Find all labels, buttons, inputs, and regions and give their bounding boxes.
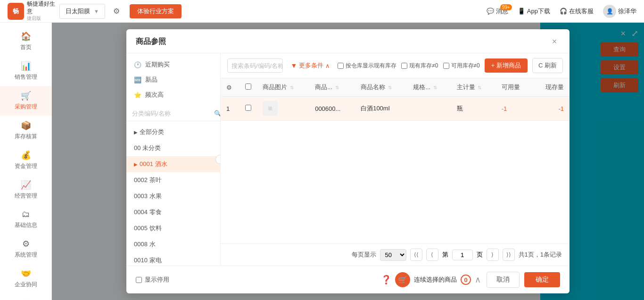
mobile-icon: 📱	[518, 8, 525, 15]
td-stock: -1	[533, 97, 570, 121]
branch-name: 日太阳膜	[66, 7, 90, 16]
display-disabled-checkbox[interactable]	[136, 277, 142, 283]
user-profile-nav-item[interactable]: 👤 徐泽华	[603, 5, 636, 18]
category-item-0[interactable]: 00 未分类	[126, 140, 220, 156]
th-unit[interactable]: 主计量 ⇅	[451, 78, 496, 97]
product-search-input[interactable]	[228, 60, 283, 72]
category-label: 0004 零食	[134, 208, 162, 217]
category-item-2[interactable]: 0002 茶叶	[126, 172, 220, 188]
category-item-5[interactable]: 0005 饮料	[126, 220, 220, 236]
page-prev-btn[interactable]: ⟨	[426, 249, 438, 261]
experience-btn[interactable]: 体验行业方案	[130, 4, 182, 18]
quick-links: 🕐 近期购买 🆕 新品 ⭐ 频次高	[126, 53, 220, 106]
sidebar-item-system[interactable]: ⚙ 系统管理	[0, 234, 51, 264]
quick-link-recent[interactable]: 🕐 近期购买	[126, 57, 220, 72]
warehouse-stock-checkbox[interactable]	[338, 63, 344, 69]
page-input[interactable]	[452, 250, 473, 260]
modal-close-btn[interactable]: ×	[549, 36, 560, 47]
quick-link-frequent[interactable]: ⭐ 频次高	[126, 87, 220, 102]
app-download-nav-item[interactable]: 📱 App下载	[518, 7, 550, 16]
cancel-btn[interactable]: 取消	[487, 272, 520, 288]
table-row[interactable]: 1	[221, 97, 570, 121]
help-icon[interactable]: ❓	[381, 275, 391, 285]
table-body: 1	[221, 97, 570, 121]
row-checkbox[interactable]	[245, 105, 251, 111]
nonzero-stock-filter[interactable]: 现有库存≠0	[401, 62, 438, 70]
logo-text: 畅捷通好生意	[27, 0, 59, 15]
logo-text-block: 畅捷通好生意 捷启版	[27, 0, 59, 22]
filter-icon: ▼	[290, 62, 297, 69]
td-spec	[407, 97, 451, 121]
th-usable: 可用量	[496, 78, 533, 97]
sidebar-item-basic-info[interactable]: 🗂 基础信息	[0, 205, 51, 234]
category-item-6[interactable]: 0008 水	[126, 236, 220, 252]
branch-selector[interactable]: 日太阳膜 ▼	[59, 4, 105, 19]
cart-icon[interactable]: 🛒	[395, 272, 410, 287]
sidebar-item-guide[interactable]: 📖 新手引导	[0, 293, 51, 300]
usable-stock-filter[interactable]: 可用库存≠0	[443, 62, 480, 70]
select-all-checkbox[interactable]	[245, 83, 251, 90]
sort-icon: ⇅	[433, 85, 437, 90]
category-label: 0010 家电	[134, 256, 162, 265]
sidebar-item-operations[interactable]: 📈 经营管理	[0, 175, 51, 205]
category-list: ▶ 全部分类 00 未分类 ▶ 0001 酒水 0002 茶	[126, 121, 220, 266]
warehouse-stock-label: 按仓库显示现有库存	[346, 62, 396, 70]
page-unit: 页	[477, 250, 483, 259]
total-info: 共1页，1条记录	[519, 250, 562, 259]
sort-icon: ⇅	[335, 85, 339, 90]
confirm-btn[interactable]: 确定	[524, 272, 560, 287]
category-label: 0002 茶叶	[134, 176, 162, 184]
category-search-input[interactable]	[132, 110, 211, 117]
category-item-7[interactable]: 0010 家电	[126, 252, 220, 266]
category-item-1[interactable]: ▶ 0001 酒水	[126, 156, 220, 172]
sidebar-item-home[interactable]: 🏠 首页	[0, 26, 51, 56]
td-product-name: 白酒100ml	[355, 97, 407, 121]
online-service-nav-item[interactable]: 🎧 在线客服	[560, 7, 594, 16]
category-item-4[interactable]: 0004 零食	[126, 204, 220, 220]
category-label: 0005 饮料	[134, 224, 162, 233]
td-usable: -1	[496, 97, 533, 121]
logo-area: 畅 畅捷通好生意 捷启版	[8, 0, 59, 22]
add-product-btn[interactable]: + 新增商品	[485, 58, 528, 73]
quick-link-new[interactable]: 🆕 新品	[126, 72, 220, 87]
sort-icon: ⇅	[388, 85, 392, 90]
sidebar-item-collab[interactable]: 🤝 企业协同	[0, 264, 51, 293]
more-filter-btn[interactable]: ▼ 更多条件 ∧	[288, 59, 333, 72]
messages-nav-item[interactable]: 💬 消息 99+	[487, 7, 508, 16]
content-area: × ⤢ 查询 设置 刷新 商品参照 ×	[52, 23, 644, 300]
th-product-code[interactable]: 商品... ⇅	[309, 78, 355, 97]
settings-icon[interactable]: ⚙	[109, 4, 124, 19]
page-first-btn[interactable]: ⟨⟨	[410, 249, 422, 261]
th-product-name[interactable]: 商品名称 ⇅	[355, 78, 407, 97]
main-layout: 🏠 首页 📊 销售管理 🛒 采购管理 📦 库存核算 💰 资金管理 📈 经营管理 …	[0, 23, 644, 300]
refresh-btn[interactable]: C 刷新	[532, 58, 563, 73]
sidebar-item-label: 采购管理	[15, 103, 37, 111]
category-item-all[interactable]: ▶ 全部分类	[126, 124, 220, 140]
operations-icon: 📈	[21, 180, 31, 190]
modal-title: 商品参照	[136, 37, 166, 47]
page-next-btn[interactable]: ⟩	[487, 249, 499, 261]
footer-middle: ❓ 🛒 连续选择的商品 0 ∧	[381, 272, 481, 287]
sidebar-item-finance[interactable]: 💰 资金管理	[0, 145, 51, 175]
warehouse-stock-filter[interactable]: 按仓库显示现有库存	[338, 62, 396, 70]
per-page-select[interactable]: 10 20 50 100	[380, 249, 406, 261]
display-disabled-label[interactable]: 显示停用	[136, 275, 169, 284]
sidebar-item-label: 库存核算	[15, 133, 37, 141]
th-product-image[interactable]: 商品图片 ⇅	[257, 78, 309, 97]
usable-stock-checkbox[interactable]	[443, 63, 449, 69]
sidebar-item-inventory[interactable]: 📦 库存核算	[0, 116, 51, 145]
th-spec[interactable]: 规格... ⇅	[407, 78, 451, 97]
collapse-footer-btn[interactable]: ∧	[475, 275, 481, 285]
nonzero-stock-checkbox[interactable]	[401, 63, 407, 69]
page-last-btn[interactable]: ⟩⟩	[503, 249, 515, 261]
category-label: 00 未分类	[134, 144, 161, 152]
category-search-icon[interactable]: 🔍	[214, 110, 221, 117]
new-icon: 🆕	[134, 76, 141, 83]
th-checkbox	[239, 78, 257, 97]
collab-icon: 🤝	[21, 268, 31, 279]
category-label: 0003 水果	[134, 192, 162, 200]
column-settings-icon[interactable]: ⚙	[226, 84, 232, 91]
category-item-3[interactable]: 0003 水果	[126, 188, 220, 204]
sidebar-item-sales[interactable]: 📊 销售管理	[0, 56, 51, 86]
sidebar-item-purchase[interactable]: 🛒 采购管理	[0, 86, 51, 116]
